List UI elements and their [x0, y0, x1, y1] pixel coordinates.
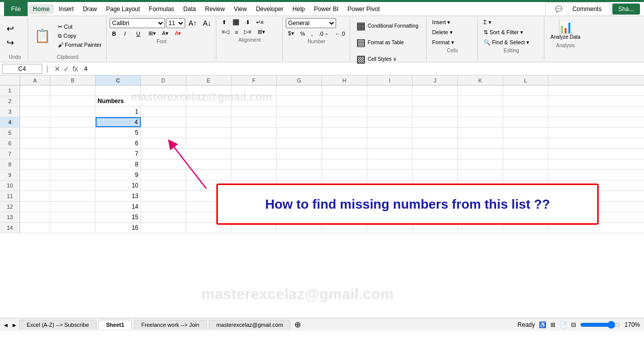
underline-button[interactable]: U — [134, 30, 145, 38]
cell[interactable] — [141, 96, 186, 106]
cell[interactable] — [50, 202, 96, 212]
cell[interactable] — [50, 180, 96, 191]
confirm-formula-icon[interactable]: ✓ — [63, 65, 69, 73]
cell[interactable] — [413, 85, 458, 96]
cell[interactable] — [367, 149, 413, 159]
sheet-tab-email[interactable]: masterexcelaz@gmail.com — [209, 320, 290, 329]
cell[interactable] — [413, 149, 458, 159]
cell[interactable] — [503, 117, 548, 127]
cell[interactable] — [186, 170, 231, 180]
cell[interactable]: 1 — [96, 107, 141, 117]
cell[interactable] — [20, 223, 50, 233]
format-button[interactable]: Format ▾ — [430, 38, 475, 47]
sheet-view-layout-icon[interactable]: 📄 — [559, 321, 567, 328]
undo-button[interactable]: ↩ — [4, 22, 17, 35]
menu-draw[interactable]: Draw — [79, 4, 101, 14]
cell[interactable] — [186, 128, 231, 138]
cell[interactable] — [50, 85, 96, 96]
zoom-slider[interactable] — [580, 321, 620, 329]
percent-button[interactable]: % — [298, 30, 308, 38]
cell[interactable] — [277, 107, 322, 117]
scroll-tabs-right[interactable]: ▸ — [11, 321, 18, 329]
cell[interactable]: 9 — [96, 170, 141, 180]
col-header-h[interactable]: H — [322, 75, 367, 85]
cell[interactable] — [503, 159, 548, 169]
cell[interactable] — [277, 170, 322, 180]
cell[interactable] — [50, 138, 96, 148]
cell[interactable]: 15 — [96, 212, 141, 222]
menu-data[interactable]: Data — [179, 4, 200, 14]
cell[interactable] — [50, 96, 96, 106]
increase-decimal-button[interactable]: .0→ — [316, 30, 331, 38]
cell[interactable] — [141, 202, 186, 212]
cell[interactable]: 5 — [96, 128, 141, 138]
cell[interactable]: 14 — [96, 202, 141, 212]
cell[interactable] — [322, 117, 367, 127]
cell[interactable] — [231, 138, 277, 148]
formula-input[interactable] — [82, 65, 642, 73]
sort-filter-button[interactable]: ⇅ Sort & Filter ▾ — [481, 28, 542, 37]
cell[interactable] — [20, 107, 50, 117]
col-header-c[interactable]: C — [96, 75, 141, 85]
cell[interactable] — [367, 117, 413, 127]
cell[interactable] — [20, 85, 50, 96]
cell[interactable] — [186, 149, 231, 159]
cell[interactable] — [503, 128, 548, 138]
format-painter-button[interactable]: 🖌 Format Painter — [55, 41, 104, 49]
cell[interactable]: 10 — [96, 180, 141, 191]
cell[interactable] — [458, 128, 503, 138]
menu-view[interactable]: View — [230, 4, 251, 14]
cell[interactable] — [141, 107, 186, 117]
menu-developer[interactable]: Developer — [252, 4, 288, 14]
cell[interactable] — [231, 170, 277, 180]
cell[interactable] — [503, 96, 548, 106]
align-center-button[interactable]: ≡ — [232, 28, 240, 36]
cell[interactable] — [413, 138, 458, 148]
cell[interactable] — [231, 128, 277, 138]
cell[interactable] — [141, 128, 186, 138]
sheet-view-normal-icon[interactable]: ⊞ — [550, 321, 555, 328]
redo-button[interactable]: ↪ — [4, 36, 17, 49]
cell[interactable] — [141, 170, 186, 180]
cell[interactable]: 6 — [96, 138, 141, 148]
cell[interactable] — [458, 107, 503, 117]
cell[interactable] — [20, 170, 50, 180]
sheet-view-page-break-icon[interactable]: ⊟ — [571, 321, 576, 328]
accounting-format-button[interactable]: $▾ — [286, 29, 297, 38]
analyze-data-button[interactable]: 📊 Analyze Data — [547, 18, 584, 42]
cell[interactable]: 4 — [96, 117, 141, 127]
cell[interactable] — [367, 85, 413, 96]
cell[interactable] — [322, 149, 367, 159]
cell[interactable] — [20, 128, 50, 138]
cell[interactable] — [367, 128, 413, 138]
cell[interactable] — [186, 138, 231, 148]
col-header-b[interactable]: B — [50, 75, 96, 85]
autosum-button[interactable]: Σ ▾ — [481, 18, 542, 27]
cell[interactable] — [367, 138, 413, 148]
cell[interactable] — [141, 159, 186, 169]
cell[interactable] — [322, 138, 367, 148]
cell[interactable] — [458, 117, 503, 127]
col-header-l[interactable]: L — [503, 75, 548, 85]
col-header-k[interactable]: K — [458, 75, 503, 85]
cell[interactable] — [322, 159, 367, 169]
cell[interactable] — [141, 117, 186, 127]
bold-button[interactable]: B — [110, 30, 121, 38]
cell[interactable] — [322, 170, 367, 180]
cell[interactable] — [141, 138, 186, 148]
cell[interactable] — [458, 159, 503, 169]
cell[interactable] — [141, 212, 186, 222]
cell[interactable] — [50, 107, 96, 117]
cell[interactable] — [503, 138, 548, 148]
cell[interactable] — [503, 170, 548, 180]
menu-help[interactable]: Help — [288, 4, 309, 14]
format-as-table-button[interactable]: ▤ Format as Table — [353, 35, 407, 50]
cell[interactable] — [413, 128, 458, 138]
cell[interactable] — [277, 159, 322, 169]
number-format-select[interactable]: General — [286, 18, 336, 28]
cell[interactable] — [141, 149, 186, 159]
cell[interactable] — [231, 149, 277, 159]
align-bottom-button[interactable]: ⬇ — [243, 18, 253, 27]
cell[interactable] — [20, 117, 50, 127]
menu-power-bi[interactable]: Power BI — [310, 4, 343, 14]
